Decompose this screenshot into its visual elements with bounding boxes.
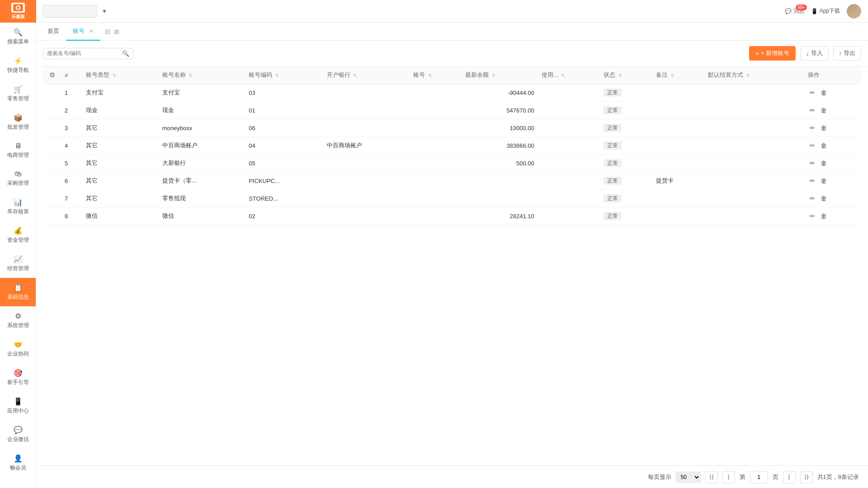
next-page-button[interactable]: ⟩ <box>783 471 796 483</box>
sidebar-item-inventory[interactable]: 📊 库存核算 <box>0 192 36 221</box>
export-icon: ↑ <box>839 50 842 57</box>
sidebar-item-retail[interactable]: 🛒 零售管理 <box>0 80 36 108</box>
delete-button[interactable]: 🗑 <box>819 106 829 115</box>
sidebar-item-ecommerce[interactable]: 🖥 电商管理 <box>0 136 36 164</box>
sidebar-item-search[interactable]: 🔍 搜索菜单 <box>0 23 36 51</box>
tab-home[interactable]: 首页 <box>41 23 66 41</box>
sidebar-item-operations-label: 经营管理 <box>2 265 33 272</box>
delete-button[interactable]: 🗑 <box>819 159 829 168</box>
app-download-button[interactable]: 📱 App下载 <box>811 7 840 15</box>
col-account-no-sort-icon[interactable]: ⇅ <box>428 73 432 78</box>
operations-icon: 📈 <box>2 255 33 263</box>
col-settings: ⚙ <box>43 66 61 84</box>
tab-home-label: 首页 <box>47 27 59 35</box>
sidebar-item-app-center[interactable]: 📱 应用中心 <box>0 392 36 420</box>
sidebar-item-operations[interactable]: 📈 经营管理 <box>0 249 36 278</box>
sidebar-item-quick-nav[interactable]: ⚡ 快捷导航 <box>0 51 36 80</box>
import-button[interactable]: ↓ 导入 <box>800 46 829 61</box>
sidebar-item-finance-label: 资金管理 <box>2 236 33 244</box>
sidebar-item-finance[interactable]: 💰 资金管理 <box>0 221 36 249</box>
col-account-no: 账号 ⇅ <box>410 66 462 84</box>
page-input[interactable] <box>750 471 768 483</box>
export-button[interactable]: ↑ 导出 <box>833 46 862 61</box>
col-code-sort-icon[interactable]: ⇅ <box>275 73 279 78</box>
add-account-button[interactable]: + + 新增账号 <box>749 46 796 61</box>
message-button[interactable]: 💬 消息 99+ <box>785 7 804 15</box>
tab-account[interactable]: 账号 ✕ <box>66 23 100 41</box>
edit-button[interactable]: ✏ <box>808 106 817 115</box>
cell-usage <box>538 207 600 225</box>
sidebar-item-corp-wechat[interactable]: 💬 企业微信 <box>0 420 36 449</box>
delete-button[interactable]: 🗑 <box>819 141 829 150</box>
cell-note <box>652 190 704 207</box>
cell-account-no <box>410 137 462 155</box>
header-search-input[interactable] <box>43 5 97 18</box>
sidebar: 乐惠版 🔍 搜索菜单 ⚡ 快捷导航 🛒 零售管理 📦 批发管理 🖥 电商管理 🛍… <box>0 0 36 488</box>
sidebar-item-basic-info[interactable]: 📋 基础信息 <box>0 278 36 306</box>
edit-button[interactable]: ✏ <box>808 194 817 203</box>
edit-button[interactable]: ✏ <box>808 176 817 185</box>
cell-code: STORED... <box>245 190 323 207</box>
col-status-sort-icon[interactable]: ⇅ <box>618 73 622 78</box>
col-note-label: 备注 <box>656 71 668 78</box>
edit-button[interactable]: ✏ <box>808 159 817 168</box>
edit-button[interactable]: ✏ <box>808 123 817 132</box>
sidebar-item-member[interactable]: 👤 畅会员 <box>0 449 36 477</box>
cell-code: PICKUPC... <box>245 172 323 190</box>
cell-status: 正常 <box>600 84 652 102</box>
cell-settings <box>43 102 61 119</box>
header-right: 💬 消息 99+ 📱 App下载 <box>785 4 861 19</box>
cell-bank <box>323 84 410 102</box>
cell-balance: 10000.00 <box>462 119 538 137</box>
minimize-button[interactable]: ⊟ <box>105 28 110 35</box>
edit-button[interactable]: ✏ <box>808 211 817 221</box>
user-avatar[interactable] <box>847 4 861 19</box>
table-row: 6 其它 提货卡（零… PICKUPC... 正常 提货卡 ✏ 🗑 <box>43 172 861 190</box>
delete-button[interactable]: 🗑 <box>819 211 829 221</box>
cell-index: 8 <box>61 207 82 225</box>
total-info: 共1页，8条记录 <box>817 473 859 481</box>
col-default-payment: 默认结算方式 ⇅ <box>704 66 804 84</box>
system-icon: ⚙ <box>2 312 33 320</box>
sidebar-item-purchase[interactable]: 🛍 采购管理 <box>0 164 36 192</box>
maximize-button[interactable]: ⊞ <box>114 28 119 35</box>
cell-default-payment <box>704 190 804 207</box>
delete-button[interactable]: 🗑 <box>819 176 829 185</box>
delete-button[interactable]: 🗑 <box>819 123 829 132</box>
tab-close-icon[interactable]: ✕ <box>89 28 94 34</box>
cell-note: 提货卡 <box>652 172 704 190</box>
prev-page-button[interactable]: ⟨ <box>722 471 735 483</box>
column-settings-button[interactable]: ⚙ <box>49 71 55 79</box>
edit-button[interactable]: ✏ <box>808 141 817 150</box>
cell-type: 其它 <box>82 137 158 155</box>
quick-nav-icon: ⚡ <box>2 56 33 65</box>
toolbar-right: + + 新增账号 ↓ 导入 ↑ 导出 <box>749 46 861 61</box>
cell-balance: 28241.10 <box>462 207 538 225</box>
col-name-sort-icon[interactable]: ⇅ <box>189 73 192 78</box>
first-page-button[interactable]: ⟨⟨ <box>705 471 718 483</box>
page-size-select[interactable]: 50 20 100 <box>676 472 701 483</box>
col-action-label: 操作 <box>808 71 820 78</box>
cell-bank <box>323 172 410 190</box>
sidebar-item-member-label: 畅会员 <box>2 464 33 472</box>
sidebar-item-corp-agreement[interactable]: 🤝 企业协同 <box>0 335 36 363</box>
cell-status: 正常 <box>600 172 652 190</box>
sidebar-item-system[interactable]: ⚙ 系统管理 <box>0 306 36 335</box>
col-usage-sort-icon[interactable]: ⇅ <box>561 73 565 78</box>
search-input[interactable] <box>47 50 122 56</box>
col-note-sort-icon[interactable]: ⇅ <box>670 73 674 78</box>
sidebar-item-guide[interactable]: 🎯 新手引导 <box>0 363 36 392</box>
col-type-sort-icon[interactable]: ⇅ <box>113 73 116 78</box>
header-dropdown[interactable]: ▼ <box>102 8 107 14</box>
col-type-label: 账号类型 <box>86 71 109 78</box>
delete-button[interactable]: 🗑 <box>819 88 829 97</box>
last-page-button[interactable]: ⟩⟩ <box>800 471 813 483</box>
delete-button[interactable]: 🗑 <box>819 194 829 203</box>
col-bank-sort-icon[interactable]: ⇅ <box>353 73 357 78</box>
cell-account-no <box>410 155 462 172</box>
col-default-payment-sort-icon[interactable]: ⇅ <box>746 73 750 78</box>
sidebar-item-wholesale[interactable]: 📦 批发管理 <box>0 108 36 136</box>
edit-button[interactable]: ✏ <box>808 88 817 97</box>
col-balance-sort-icon[interactable]: ⇅ <box>492 73 495 78</box>
cell-settings <box>43 137 61 155</box>
